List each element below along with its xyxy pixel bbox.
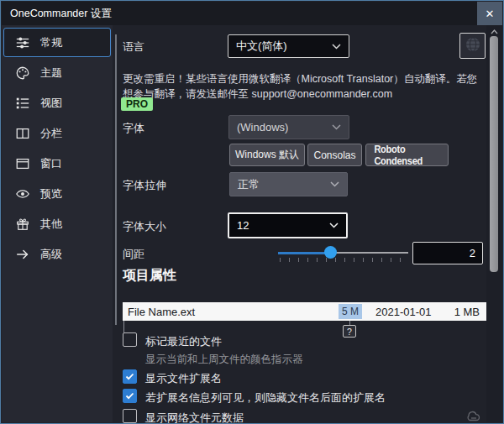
pro-badge: PRO: [121, 97, 153, 111]
font-preset-roboto-condensed-button[interactable]: Roboto Condensed: [365, 144, 449, 166]
button-label: Consolas: [313, 149, 355, 161]
language-label: 语言: [123, 39, 144, 55]
slider-thumb[interactable]: [324, 246, 337, 259]
language-value: 中文(简体): [236, 39, 287, 54]
vertical-scrollbar[interactable]: [486, 25, 502, 422]
spacing-label: 间距: [123, 247, 144, 262]
sidebar-item-label: 常规: [40, 35, 62, 50]
font-preset-consolas-button[interactable]: Consolas: [307, 144, 362, 166]
checkbox-show-file-extensions[interactable]: [123, 369, 137, 384]
checkbox-label[interactable]: 显示网络文件元数据: [145, 411, 244, 424]
language-note: 更改需重启！某些语言使用微软翻译（Microsoft Translator）自动…: [123, 71, 484, 102]
eye-icon: [14, 186, 30, 202]
sidebar-item-view[interactable]: 视图: [3, 88, 111, 118]
preview-size: 1 MB: [454, 306, 480, 318]
window-title: OneCommander 设置: [10, 2, 112, 25]
preview-file-name: File Name.ext: [128, 306, 195, 318]
close-button[interactable]: ✕: [477, 2, 502, 25]
gift-icon: [14, 216, 30, 232]
sidebar-item-window[interactable]: 窗口: [3, 149, 111, 178]
globe-icon: [465, 36, 481, 56]
scroll-up-icon[interactable]: [486, 27, 502, 36]
checkbox-description: 显示当前和上周文件的颜色指示器: [145, 353, 303, 367]
window-icon: [14, 155, 30, 171]
sidebar-item-label: 主题: [40, 65, 62, 81]
network-icon: [464, 408, 482, 424]
sidebar-item-preview[interactable]: 预览: [3, 179, 111, 208]
close-icon: ✕: [486, 8, 495, 20]
chevron-down-icon: [332, 44, 341, 50]
preview-date: 2021-01-01: [375, 306, 432, 318]
slider-fill: [278, 252, 331, 254]
font-preset-windows-default-button[interactable]: Windows 默认: [229, 144, 305, 166]
chevron-down-icon: [330, 181, 339, 187]
sidebar-item-label: 高级: [40, 247, 62, 262]
sidebar-item-label: 其他: [40, 217, 62, 232]
font-stretch-value: 正常: [238, 177, 260, 192]
arrow-right-icon: [14, 246, 30, 262]
content-divider: [115, 34, 117, 325]
title-bar: OneCommander 设置 ✕: [2, 2, 502, 25]
checkbox-show-network-metadata[interactable]: [123, 409, 137, 423]
font-size-label: 字体大小: [123, 219, 166, 234]
sliders-icon: [14, 34, 30, 50]
checkbox-hide-extension-if-column-visible[interactable]: [123, 389, 137, 403]
chevron-down-icon: [332, 124, 341, 130]
help-badge[interactable]: ?: [343, 325, 356, 338]
language-dropdown[interactable]: 中文(简体): [228, 34, 349, 58]
checkbox-label[interactable]: 若扩展名信息列可见，则隐藏文件名后面的扩展名: [145, 390, 386, 406]
button-label: Windows 默认: [235, 148, 299, 162]
chevron-down-icon: [329, 222, 339, 228]
translate-button[interactable]: [459, 33, 486, 59]
settings-sidebar: 常规 主题 视图 分栏 窗口: [2, 25, 113, 422]
sidebar-item-label: 视图: [40, 96, 62, 111]
question-icon: ?: [347, 327, 352, 337]
palette-icon: [14, 65, 30, 81]
checkbox-mark-recent-files[interactable]: [123, 332, 137, 347]
item-properties-title: 项目属性: [123, 267, 176, 285]
font-stretch-label: 字体拉伸: [123, 178, 166, 193]
scrollbar-thumb[interactable]: [490, 36, 498, 272]
preview-size-badge: 5 M: [339, 304, 362, 319]
sidebar-item-label: 预览: [40, 186, 62, 202]
sidebar-item-other[interactable]: 其他: [3, 209, 111, 238]
spacing-value-input[interactable]: [412, 242, 483, 264]
checkbox-label[interactable]: 显示文件扩展名: [145, 371, 222, 386]
file-preview-row: File Name.ext 5 M 2021-01-01 1 MB: [123, 302, 486, 321]
sidebar-item-columns[interactable]: 分栏: [3, 118, 111, 148]
sidebar-item-label: 分栏: [40, 126, 62, 141]
columns-icon: [14, 125, 30, 141]
font-size-value: 12: [237, 219, 249, 232]
font-size-dropdown[interactable]: 12: [228, 212, 348, 238]
font-stretch-dropdown[interactable]: 正常: [229, 172, 348, 196]
check-icon: [125, 392, 134, 400]
sidebar-item-label: 窗口: [40, 156, 62, 171]
sidebar-item-general[interactable]: 常规: [3, 28, 111, 57]
sidebar-item-advanced[interactable]: 高级: [3, 239, 111, 269]
list-icon: [14, 95, 30, 111]
spacing-slider[interactable]: [278, 243, 408, 264]
font-value: (Windows): [237, 121, 288, 133]
connector-line: [123, 321, 124, 333]
slider-ticks: [280, 258, 406, 262]
sidebar-item-theme[interactable]: 主题: [3, 58, 111, 87]
button-label: Roboto Condensed: [374, 144, 439, 167]
check-icon: [125, 373, 134, 380]
settings-window: OneCommander 设置 ✕ 常规 主题 视图: [0, 0, 504, 424]
font-label: 字体: [123, 121, 144, 136]
checkbox-label[interactable]: 标记最近的文件: [145, 334, 222, 349]
font-dropdown[interactable]: (Windows): [228, 115, 349, 139]
